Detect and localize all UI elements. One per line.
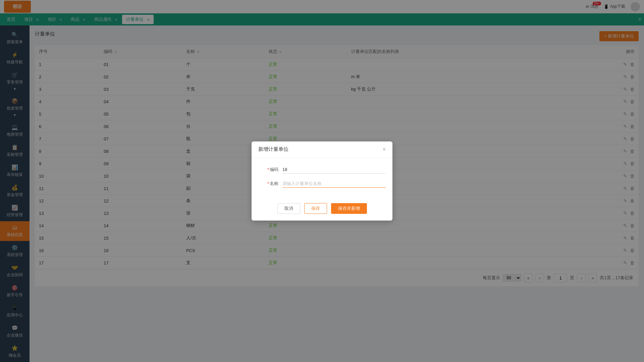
code-label: *编码 bbox=[258, 167, 278, 173]
modal-footer: 取消 保存 保存并新增 bbox=[252, 199, 392, 221]
name-form-row: *名称 bbox=[258, 180, 386, 188]
modal-header: 新增计量单位 × bbox=[252, 141, 392, 158]
code-input[interactable] bbox=[282, 166, 386, 174]
modal-body: *编码 *名称 bbox=[252, 158, 392, 199]
modal-title: 新增计量单位 bbox=[258, 146, 288, 153]
code-form-row: *编码 bbox=[258, 166, 386, 174]
modal-close-btn[interactable]: × bbox=[383, 146, 386, 153]
add-unit-modal: 新增计量单位 × *编码 *名称 取消 保存 保存并新增 bbox=[252, 141, 392, 221]
save-button[interactable]: 保存 bbox=[304, 203, 327, 214]
cancel-button[interactable]: 取消 bbox=[277, 203, 300, 214]
name-input[interactable] bbox=[282, 180, 386, 188]
modal-overlay: 新增计量单位 × *编码 *名称 取消 保存 保存并新增 bbox=[0, 0, 644, 362]
save-new-button[interactable]: 保存并新增 bbox=[331, 203, 367, 214]
name-label: *名称 bbox=[258, 181, 278, 187]
